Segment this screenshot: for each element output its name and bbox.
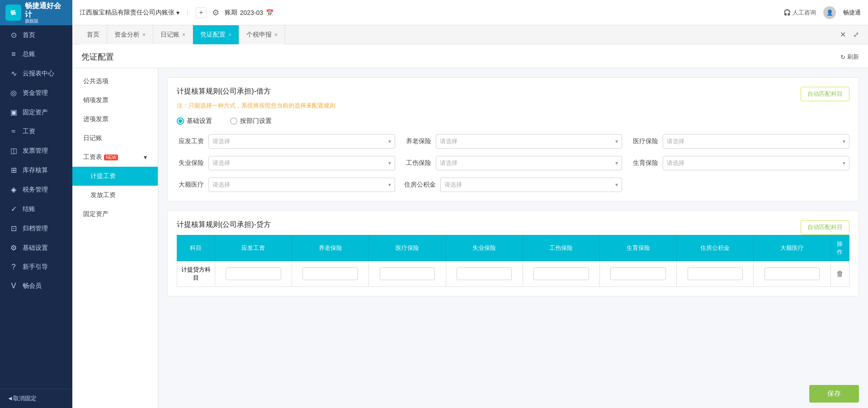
tab-tax-label: 个税申报 — [246, 31, 272, 39]
credit-auto-match-button[interactable]: 自动匹配科目 — [801, 220, 849, 234]
close-tab-tax[interactable]: × — [274, 32, 278, 38]
sidebar-item-assets[interactable]: ▣ 固定资产 — [0, 103, 72, 122]
sidebar-item-vip[interactable]: V 畅会员 — [0, 277, 72, 295]
select-shengyu[interactable]: 请选择 ▾ — [663, 156, 849, 170]
radio-dept-label: 按部门设置 — [240, 117, 272, 125]
sidebar-item-checkout[interactable]: ✓ 结账 — [0, 199, 72, 219]
select-zhufang-placeholder: 请选择 — [444, 181, 462, 189]
select-yingfa-gongzi[interactable]: 请选择 ▾ — [208, 134, 395, 149]
sidebar-item-label: 结账 — [23, 205, 35, 213]
chevron-down-icon: ▾ — [615, 182, 618, 188]
select-shiye[interactable]: 请选择 ▾ — [208, 156, 395, 170]
expand-icon: ▾ — [144, 154, 147, 161]
close-window-button[interactable]: ✕ — [838, 28, 848, 41]
select-zhufang[interactable]: 请选择 ▾ — [440, 178, 623, 192]
row-subject-label: 计提贷方科目 — [177, 261, 215, 287]
sidebar-item-guide[interactable]: ? 新手引导 — [0, 258, 72, 277]
settings-button[interactable]: ⚙ — [212, 8, 219, 18]
nav-item-diary[interactable]: 日记账 — [72, 129, 158, 148]
refresh-label: 刷新 — [847, 53, 859, 61]
sidebar-item-settings[interactable]: ⚙ 基础设置 — [0, 238, 72, 258]
tab-tax[interactable]: 个税申报 × — [239, 25, 285, 44]
select-shengyu-placeholder: 请选择 — [667, 159, 684, 167]
sidebar-item-label: 基础设置 — [23, 244, 48, 252]
input-yiliao[interactable] — [380, 267, 435, 280]
select-yiliao[interactable]: 请选择 ▾ — [663, 134, 849, 149]
sidebar-item-home[interactable]: ⊙ 首页 — [0, 25, 72, 45]
calendar-icon[interactable]: 📅 — [266, 9, 274, 16]
logo-title: 畅捷通好会计 — [25, 1, 67, 19]
save-button[interactable]: 保存 — [809, 385, 859, 403]
add-account-button[interactable]: + — [196, 7, 207, 18]
tab-capital[interactable]: 资金分析 × — [107, 25, 153, 44]
radio-dept[interactable]: 按部门设置 — [230, 117, 272, 125]
period-display: 账期 2023-03 📅 — [225, 9, 274, 17]
sidebar-item-tax[interactable]: ◈ 税务管理 — [0, 180, 72, 199]
capital-icon: ◎ — [9, 89, 18, 97]
nav-item-purchase[interactable]: 进项发票 — [72, 110, 158, 129]
close-tab-capital[interactable]: × — [142, 32, 146, 38]
debit-auto-match-button[interactable]: 自动匹配科目 — [801, 87, 849, 101]
field-shengyu-label: 生育保险 — [631, 159, 658, 167]
close-tab-diary[interactable]: × — [182, 32, 185, 38]
select-yingfa-gongzi-placeholder: 请选择 — [212, 137, 230, 145]
settings-icon: ⚙ — [9, 244, 18, 252]
sidebar-item-archive[interactable]: ⊡ 归档管理 — [0, 219, 72, 238]
nav-item-public[interactable]: 公共选项 — [72, 72, 158, 91]
maximize-button[interactable]: ⤢ — [851, 28, 861, 41]
delete-row-button[interactable]: 🗑 — [836, 270, 844, 277]
service-button[interactable]: 🎧 人工咨询 — [783, 9, 816, 17]
row-daejin-cell — [754, 261, 830, 287]
nav-item-calc-salary[interactable]: 计提工资 — [72, 167, 158, 186]
nav-item-diary-label: 日记账 — [83, 134, 102, 142]
ledger-icon: ≡ — [9, 50, 18, 58]
input-yingfa[interactable] — [226, 267, 281, 280]
sidebar-item-inventory[interactable]: ⊞ 库存核算 — [0, 160, 72, 180]
sidebar-item-ledger[interactable]: ≡ 总账 — [0, 45, 72, 64]
debit-section-title: 计提核算规则(公司承担)-借方 — [177, 87, 849, 96]
input-gongshang[interactable] — [533, 267, 589, 280]
input-shiye[interactable] — [457, 267, 512, 280]
nav-item-pay-salary-label: 发放工资 — [90, 191, 116, 199]
sidebar-item-invoice[interactable]: ◫ 发票管理 — [0, 141, 72, 160]
select-shiye-placeholder: 请选择 — [212, 159, 230, 167]
input-daejin[interactable] — [764, 267, 820, 280]
col-subject: 科目 — [177, 235, 215, 261]
topbar-right: 🎧 人工咨询 👤 畅捷通 — [783, 6, 861, 19]
sidebar-item-salary[interactable]: ≈ 工资 — [0, 122, 72, 141]
nav-item-sales[interactable]: 销项发票 — [72, 91, 158, 110]
select-daejin-placeholder: 请选择 — [212, 181, 230, 189]
input-shengyu[interactable] — [610, 267, 666, 280]
new-badge: NEW — [104, 155, 118, 160]
tab-home[interactable]: 首页 — [80, 25, 107, 44]
right-main: 计提核算规则(公司承担)-借方 注：只能选择一种方式，系统将按照您当前的选择来配… — [158, 68, 868, 408]
sidebar-item-reports[interactable]: ∿ 云报表中心 — [0, 64, 72, 83]
setting-mode-radio: 基础设置 按部门设置 — [177, 117, 849, 125]
nav-item-public-label: 公共选项 — [83, 77, 108, 85]
col-action: 操作 — [830, 235, 849, 261]
input-yanglao[interactable] — [302, 267, 358, 280]
tab-diary[interactable]: 日记账 × — [153, 25, 193, 44]
checkout-icon: ✓ — [9, 205, 18, 213]
unpin-button[interactable]: ◄取消固定 — [0, 389, 72, 408]
tab-voucher[interactable]: 凭证配置 × — [193, 25, 239, 44]
sidebar-item-capital[interactable]: ◎ 资金管理 — [0, 83, 72, 103]
refresh-button[interactable]: ↻ 刷新 — [840, 53, 859, 61]
select-gongshang[interactable]: 请选择 ▾ — [436, 156, 623, 170]
nav-item-salary-table[interactable]: 工资表 NEW ▾ — [72, 148, 158, 167]
select-yanglao[interactable]: 请选择 ▾ — [436, 134, 623, 149]
nav-item-fixed-assets[interactable]: 固定资产 — [72, 205, 158, 224]
row-yingfa-cell — [215, 261, 292, 287]
sidebar-item-label: 发票管理 — [23, 147, 48, 155]
close-tab-voucher[interactable]: × — [228, 32, 231, 38]
nav-item-purchase-label: 进项发票 — [83, 115, 108, 123]
field-yingfa-gongzi-label: 应发工资 — [177, 137, 204, 145]
tab-diary-label: 日记账 — [160, 31, 179, 39]
company-selector[interactable]: 江西服宝精品有限责任公司内账张 ▾ — [80, 9, 179, 17]
radio-basic[interactable]: 基础设置 — [177, 117, 212, 125]
select-daejin[interactable]: 请选择 ▾ — [208, 178, 395, 192]
tax-icon: ◈ — [9, 185, 18, 194]
nav-item-pay-salary[interactable]: 发放工资 — [72, 186, 158, 205]
col-shengyu: 生育保险 — [599, 235, 676, 261]
input-zhufang[interactable] — [688, 267, 743, 280]
